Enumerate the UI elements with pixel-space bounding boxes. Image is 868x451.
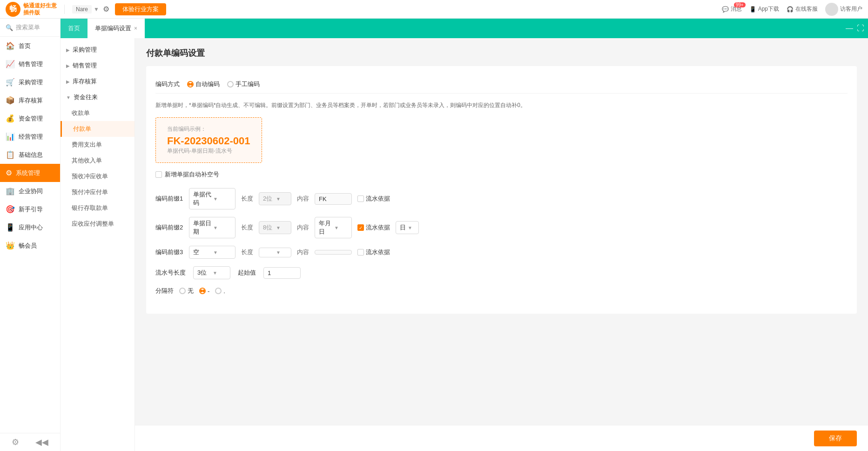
topbar: 畅 畅通道好生意 插件版 Nare ▼ ⚙ 体验行业方案 💬 消息 99+ 📱 …: [0, 0, 868, 19]
company-dropdown-arrow[interactable]: ▼: [94, 6, 99, 13]
content-1-label: 内容: [297, 195, 309, 203]
sidebar-item-operation[interactable]: 📊 经营管理: [0, 128, 60, 146]
sidebar-item-adjust[interactable]: 应收应付调整单: [61, 216, 135, 232]
serial-length-select[interactable]: 3位 ▼: [193, 266, 230, 279]
serial-length-row: 流水号长度 3位 ▼ 起始值: [155, 266, 848, 279]
main-layout: 🔍 搜索菜单 🏠 首页 📈 销售管理 🛒 采购管理 📦 库存核算 💰 资金管理 …: [0, 19, 868, 451]
sidebar-search[interactable]: 🔍 搜索菜单: [0, 19, 60, 37]
online-service-btn[interactable]: 🎧 在线客服: [787, 5, 818, 13]
content-2-select[interactable]: 年月日 ▼: [315, 217, 352, 238]
serial-checkbox-2[interactable]: ✓: [357, 224, 364, 231]
prefix-2-select[interactable]: 单据日期 ▼: [189, 217, 236, 238]
day-select[interactable]: 日 ▼: [396, 221, 419, 234]
content-1-value: FK: [315, 193, 352, 205]
sep-dot[interactable]: .: [215, 288, 225, 295]
serial-check-1[interactable]: 流水依据: [357, 195, 390, 203]
manual-encode-radio[interactable]: 手工编码: [227, 80, 260, 88]
sidebar-item-other-income[interactable]: 其他收入单: [61, 153, 135, 168]
prefix-3-select[interactable]: 空 ▼: [189, 246, 236, 259]
sidebar-item-purchase[interactable]: 🛒 采购管理: [0, 73, 60, 91]
group-fund: ▼ 资金往来 收款单 付款单 费用支出单 其他收入单 预收冲应收单 预付冲应付单…: [61, 89, 135, 232]
length-1-select[interactable]: 2位 ▼: [259, 192, 291, 205]
sidebar-item-system[interactable]: ⚙ 系统管理: [0, 164, 60, 182]
logo-icon: 畅: [6, 2, 20, 17]
sidebar-item-expense[interactable]: 费用支出单: [61, 137, 135, 153]
auto-encode-circle: [187, 81, 194, 88]
guide-icon: 🎯: [6, 205, 15, 214]
prefix-1-select[interactable]: 单据代码 ▼: [189, 188, 236, 209]
sidebar-item-finance[interactable]: 💰 资金管理: [0, 109, 60, 128]
length-3-select[interactable]: ▼: [259, 248, 291, 257]
content-3-label: 内容: [297, 248, 309, 256]
separator-label: 分隔符: [155, 287, 174, 295]
sidebar-item-pre-pay[interactable]: 预付冲应付单: [61, 184, 135, 200]
sidebar-item-receipt[interactable]: 收款单: [61, 105, 135, 121]
serial-checkbox-3[interactable]: [357, 249, 364, 256]
search-text: 搜索菜单: [16, 23, 40, 32]
sidebar-item-enterprise[interactable]: 🏢 企业协同: [0, 182, 60, 200]
sep-dash[interactable]: -: [199, 288, 209, 295]
tab-right-actions: — ⛶: [846, 24, 868, 33]
service-icon: 🎧: [787, 6, 794, 13]
tab-home[interactable]: 首页: [61, 19, 87, 38]
minimize-icon[interactable]: —: [846, 24, 853, 33]
sidebar-item-base[interactable]: 📋 基础信息: [0, 146, 60, 164]
enterprise-icon: 🏢: [6, 187, 15, 195]
start-value-input[interactable]: [263, 267, 301, 279]
prefix-3-label: 编码前缀3: [155, 248, 183, 256]
settings-bottom-icon[interactable]: ⚙: [12, 437, 19, 447]
serial-checkbox-1[interactable]: [357, 195, 364, 202]
sidebar-item-payment[interactable]: 付款单: [61, 121, 135, 137]
message-badge: 99+: [734, 2, 746, 7]
group-inventory-title[interactable]: ▶ 库存核算: [61, 74, 135, 89]
topbar-nav: Nare ▼ ⚙ 体验行业方案: [72, 3, 718, 15]
sales-icon: 📈: [6, 60, 15, 68]
auto-fill-checkbox[interactable]: [155, 171, 162, 178]
sidebar-item-guide[interactable]: 🎯 新手引导: [0, 200, 60, 218]
start-value-label: 起始值: [238, 269, 256, 277]
group-purchase-title[interactable]: ▶ 采购管理: [61, 42, 135, 58]
sidebar-item-app-center[interactable]: 📱 应用中心: [0, 218, 60, 236]
operation-icon: 📊: [6, 132, 15, 141]
trial-btn[interactable]: 体验行业方案: [115, 3, 166, 15]
message-btn[interactable]: 💬 消息 99+: [722, 5, 742, 13]
sep-dash-circle: [199, 288, 206, 294]
purchase-arrow: ▶: [66, 47, 70, 53]
length-2-select[interactable]: 8位 ▼: [259, 221, 291, 234]
topbar-right: 💬 消息 99+ 📱 App下载 🎧 在线客服 访客用户: [722, 3, 862, 16]
logo-text: 畅通道好生意 插件版: [23, 2, 57, 16]
sidebar-item-member[interactable]: 👑 畅会员: [0, 236, 60, 255]
main-content: 付款单编码设置 编码方式 自动编码: [135, 38, 868, 425]
sidebar-item-pre-receive[interactable]: 预收冲应收单: [61, 168, 135, 184]
settings-card: 编码方式 自动编码 手工编码: [146, 66, 857, 314]
content-area: ▶ 采购管理 ▶ 销售管理 ▶ 库存核算: [61, 38, 868, 451]
length-2-label: 长度: [241, 223, 253, 232]
second-sidebar: ▶ 采购管理 ▶ 销售管理 ▶ 库存核算: [61, 38, 135, 451]
serial-check-2[interactable]: ✓ 流水依据: [357, 223, 390, 232]
bottom-bar: 保存: [135, 425, 868, 451]
tab-encode-setting[interactable]: 单据编码设置 ×: [87, 19, 145, 38]
sidebar-item-home[interactable]: 🏠 首页: [0, 37, 60, 55]
app-download-btn[interactable]: 📱 App下载: [749, 5, 779, 13]
message-icon: 💬: [722, 6, 729, 13]
prefix-1-label: 编码前缀1: [155, 195, 183, 203]
sidebar-item-sales[interactable]: 📈 销售管理: [0, 55, 60, 73]
auto-encode-radio[interactable]: 自动编码: [187, 80, 220, 88]
save-button[interactable]: 保存: [814, 431, 857, 446]
sidebar-item-bank-deposit[interactable]: 银行存取款单: [61, 200, 135, 216]
sep-none[interactable]: 无: [179, 287, 194, 295]
maximize-icon[interactable]: ⛶: [857, 24, 864, 33]
collapse-icon[interactable]: ◀◀: [35, 437, 48, 447]
settings-icon[interactable]: ⚙: [103, 5, 109, 13]
group-fund-title[interactable]: ▼ 资金往来: [61, 89, 135, 105]
length-3-label: 长度: [241, 248, 253, 256]
company-selector[interactable]: Nare: [72, 5, 92, 13]
sidebar-item-inventory[interactable]: 📦 库存核算: [0, 91, 60, 109]
user-avatar[interactable]: 访客用户: [825, 3, 862, 16]
group-sales-title[interactable]: ▶ 销售管理: [61, 58, 135, 74]
page-title: 付款单编码设置: [146, 47, 857, 59]
tab-close-btn[interactable]: ×: [134, 25, 137, 32]
serial-check-3[interactable]: 流水依据: [357, 248, 390, 256]
avatar-img: [825, 3, 838, 16]
sep-none-circle: [179, 288, 186, 294]
